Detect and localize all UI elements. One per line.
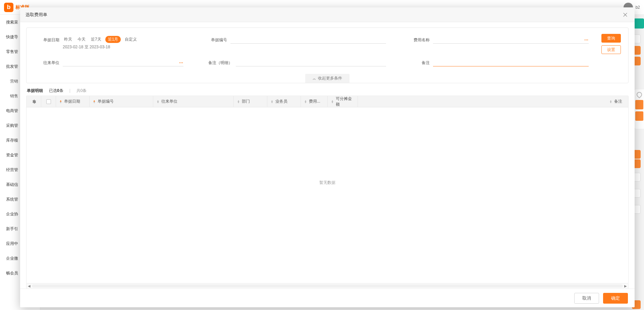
party-input[interactable] — [63, 59, 183, 66]
filter-label-note-detail: 备注（明细） — [204, 59, 232, 66]
date-chip-week[interactable]: 近7天 — [90, 36, 103, 43]
col-code[interactable]: ▲▼ 单据编号 — [90, 96, 153, 107]
col-remark[interactable]: ▲▼ 备注 — [358, 96, 628, 107]
paperclip-icon — [635, 91, 643, 99]
col-ywy[interactable]: ▲▼ 业务员 — [267, 96, 301, 107]
section-total: 共0条 — [76, 88, 87, 94]
sort-icon: ▲▼ — [331, 100, 334, 103]
filter-actions: 查询 设置 — [601, 34, 621, 54]
sort-icon: ▲▼ — [304, 100, 307, 103]
note-detail-input[interactable] — [236, 59, 386, 66]
sort-icon: ▲▼ — [237, 100, 240, 103]
scroll-left-icon[interactable]: ◀ — [28, 284, 31, 288]
sort-icon: ▲▼ — [157, 100, 159, 103]
party-picker-icon[interactable]: ⋯ — [179, 60, 183, 65]
checkbox-icon — [46, 99, 51, 104]
sort-icon: ▲▼ — [93, 100, 96, 103]
col-party[interactable]: ▲▼ 往来单位 — [153, 96, 234, 107]
filter-label-doc-no: 单据编号 — [204, 36, 227, 43]
col-fee[interactable]: ▲▼ 费用... — [301, 96, 328, 107]
bg-expand-icon[interactable] — [634, 18, 644, 29]
fee-name-picker-icon[interactable]: ⋯ — [584, 38, 589, 42]
image-icon — [635, 111, 643, 121]
chevron-up-icon: ︽ — [313, 76, 316, 81]
bg-attachment-panel[interactable] — [634, 89, 644, 129]
date-range-text: 2023-02-18 至 2023-03-18 — [63, 44, 183, 50]
filter-label-date: 单据日期 — [36, 36, 59, 43]
modal-footer: 取消 确定 — [20, 289, 635, 307]
col-split[interactable]: ▲▼ 可分摊金额 — [328, 96, 358, 107]
collapse-filters-button[interactable]: ︽ 收起更多条件 — [305, 74, 350, 83]
date-chip-yesterday[interactable]: 昨天 — [63, 36, 73, 43]
table-header: ▲▼ 单据日期 ▲▼ 单据编号 ▲▼ 往来单位 ▲▼ 部门 ▲▼ 业务员 — [26, 96, 628, 107]
section-divider: | — [69, 88, 70, 93]
section-header: 单据明细 已选0条 | 共0条 — [27, 88, 629, 94]
logo-mark-icon: b — [4, 3, 13, 12]
sort-icon: ▲▼ — [271, 100, 273, 103]
note-input[interactable] — [433, 59, 589, 66]
confirm-button[interactable]: 确定 — [603, 293, 628, 304]
col-date[interactable]: ▲▼ 单据日期 — [56, 96, 90, 107]
sort-icon: ▲▼ — [609, 100, 612, 103]
image-icon — [635, 100, 643, 109]
doc-no-input[interactable] — [230, 36, 386, 44]
modal-title: 选取费用单 — [25, 12, 47, 18]
empty-state: 暂无数据 — [26, 180, 628, 186]
selected-prefix: 已选 — [49, 88, 57, 93]
fee-name-input[interactable] — [433, 36, 589, 44]
filter-card: 查询 设置 单据日期 昨天 今天 近7天 近1月 自定义 2 — [26, 28, 629, 83]
modal-body: 查询 设置 单据日期 昨天 今天 近7天 近1月 自定义 2 — [20, 22, 635, 289]
result-table: ▲▼ 单据日期 ▲▼ 单据编号 ▲▼ 往来单位 ▲▼ 部门 ▲▼ 业务员 — [26, 96, 629, 283]
collapse-label: 收起更多条件 — [318, 75, 342, 81]
scroll-right-icon[interactable]: ▶ — [624, 284, 627, 288]
horizontal-scrollbar[interactable]: ◀ ▶ — [26, 283, 629, 289]
selected-suffix: 条 — [59, 88, 63, 93]
col-dept[interactable]: ▲▼ 部门 — [234, 96, 267, 107]
modal-header: 选取费用单 — [20, 7, 635, 22]
date-chip-group: 昨天 今天 近7天 近1月 自定义 — [63, 36, 183, 43]
close-icon[interactable] — [621, 11, 629, 19]
section-title: 单据明细 — [27, 88, 43, 94]
scroll-track[interactable] — [32, 285, 623, 288]
filter-label-fee-name: 费用名称 — [406, 36, 430, 43]
settings-button[interactable]: 设置 — [601, 45, 621, 54]
select-fee-modal: 选取费用单 查询 设置 单据日期 昨天 今天 近7天 — [20, 7, 635, 307]
user-suffix: b2 — [636, 5, 640, 10]
gear-icon — [32, 99, 36, 104]
select-all-checkbox[interactable] — [41, 96, 56, 107]
filter-label-note: 备注 — [406, 59, 430, 66]
sort-icon: ▲▼ — [59, 100, 62, 103]
date-chip-today[interactable]: 今天 — [76, 36, 87, 43]
filter-label-party: 往来单位 — [36, 59, 59, 66]
cancel-button[interactable]: 取消 — [574, 293, 599, 304]
column-settings-button[interactable] — [26, 96, 41, 107]
date-chip-custom[interactable]: 自定义 — [123, 36, 138, 43]
selected-count: 0 — [57, 88, 59, 93]
date-chip-month[interactable]: 近1月 — [105, 36, 121, 43]
query-button[interactable]: 查询 — [601, 34, 621, 43]
